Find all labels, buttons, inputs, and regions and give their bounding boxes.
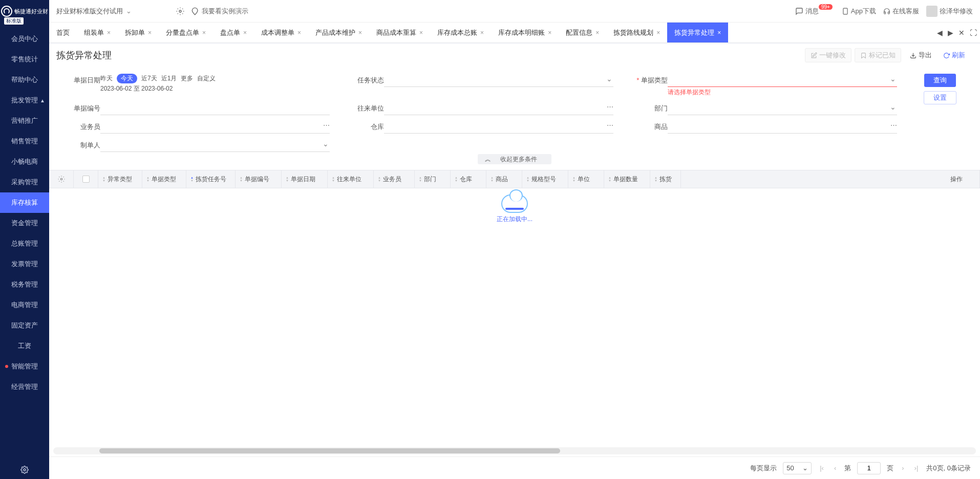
warehouse-input[interactable] xyxy=(384,120,613,134)
date-more[interactable]: 更多 xyxy=(181,74,193,83)
tab-close-icon[interactable]: × xyxy=(243,29,247,36)
sidebar-item-14[interactable]: 固定资产 xyxy=(0,315,49,336)
query-button[interactable]: 查询 xyxy=(924,74,956,87)
collapse-filters[interactable]: ︽ 收起更多条件 xyxy=(478,154,551,164)
sort-icon[interactable]: ▲▼ xyxy=(491,176,494,182)
sort-icon[interactable]: ▲▼ xyxy=(146,176,150,182)
sidebar-item-11[interactable]: 发票管理 xyxy=(0,254,49,274)
tab-9[interactable]: 库存成本明细账× xyxy=(491,23,559,42)
tab-close-icon[interactable]: × xyxy=(480,29,484,36)
sidebar-item-10[interactable]: 总账管理 xyxy=(0,233,49,254)
task-status-select[interactable] xyxy=(384,74,613,87)
sidebar-item-9[interactable]: 资金管理 xyxy=(0,213,49,233)
sidebar-item-17[interactable]: 经营管理 xyxy=(0,377,49,397)
date-yesterday[interactable]: 昨天 xyxy=(100,74,113,83)
column-header-8[interactable]: ▲▼仓库 xyxy=(451,170,486,188)
sort-icon[interactable]: ▲▼ xyxy=(332,176,335,182)
sort-icon[interactable]: ▲▼ xyxy=(526,176,529,182)
table-settings-icon[interactable] xyxy=(49,170,74,188)
tab-close-icon[interactable]: × xyxy=(358,29,362,36)
maker-select[interactable] xyxy=(100,139,330,152)
sort-icon[interactable]: ▲▼ xyxy=(378,176,381,182)
sort-icon[interactable]: ▲▼ xyxy=(608,176,611,182)
sidebar-item-8[interactable]: 库存核算 xyxy=(0,192,49,213)
tab-close-icon[interactable]: × xyxy=(202,29,206,36)
sidebar-item-3[interactable]: 批发管理▲ xyxy=(0,90,49,111)
column-header-4[interactable]: ▲▼单据日期 xyxy=(282,170,328,188)
sort-icon[interactable]: ▲▼ xyxy=(240,176,243,182)
date-custom[interactable]: 自定义 xyxy=(197,74,216,83)
tab-3[interactable]: 分量盘点单× xyxy=(159,23,213,42)
sort-icon[interactable]: ▲▼ xyxy=(572,176,576,182)
sidebar-item-5[interactable]: 销售管理 xyxy=(0,131,49,151)
tab-close-icon[interactable]: × xyxy=(419,29,423,36)
doc-type-select[interactable] xyxy=(668,74,897,87)
column-header-11[interactable]: ▲▼单位 xyxy=(568,170,604,188)
tab-7[interactable]: 商品成本重算× xyxy=(369,23,430,42)
sidebar-item-0[interactable]: 会员中心 xyxy=(0,29,49,49)
tab-6[interactable]: 产品成本维护× xyxy=(308,23,369,42)
tab-1[interactable]: 组装单× xyxy=(77,23,118,42)
sidebar-item-15[interactable]: 工资 xyxy=(0,336,49,356)
refresh-button[interactable]: 刷新 xyxy=(938,48,971,62)
dept-select[interactable] xyxy=(668,102,897,115)
filter-settings-button[interactable]: 设置 xyxy=(924,91,956,104)
sort-icon[interactable]: ▲▼ xyxy=(654,176,657,182)
sort-icon[interactable]: ▲▼ xyxy=(419,176,422,182)
tab-close-icon[interactable]: × xyxy=(548,29,551,36)
column-header-2[interactable]: ▲▼拣货任务号 xyxy=(186,170,236,188)
sidebar-item-7[interactable]: 采购管理 xyxy=(0,172,49,192)
product-input[interactable] xyxy=(668,120,897,134)
gear-icon[interactable] xyxy=(176,7,184,15)
demo-link[interactable]: 我要看实例演示 xyxy=(191,7,248,16)
tab-5[interactable]: 成本调整单× xyxy=(254,23,308,42)
date-last7[interactable]: 近7天 xyxy=(141,74,157,83)
column-header-12[interactable]: ▲▼单据数量 xyxy=(604,170,650,188)
prev-page-icon[interactable]: ‹ xyxy=(832,464,838,472)
tab-2[interactable]: 拆卸单× xyxy=(118,23,159,42)
tabs-fullscreen-icon[interactable]: ⛶ xyxy=(970,29,977,37)
salesman-input[interactable] xyxy=(100,120,330,134)
first-page-icon[interactable]: |‹ xyxy=(818,464,826,472)
user-menu[interactable]: 徐泽华修改 xyxy=(926,6,973,17)
date-last1m[interactable]: 近1月 xyxy=(161,74,177,83)
page-number-input[interactable] xyxy=(857,462,881,474)
sort-icon[interactable]: ▲▼ xyxy=(102,176,105,182)
column-header-7[interactable]: ▲▼部门 xyxy=(415,170,451,188)
export-button[interactable]: 导出 xyxy=(904,48,938,62)
sort-icon[interactable]: ▲▼ xyxy=(455,176,458,182)
sidebar-item-2[interactable]: 帮助中心 xyxy=(0,70,49,90)
select-all-checkbox[interactable] xyxy=(74,170,98,188)
app-download[interactable]: App下载 xyxy=(842,7,876,16)
sort-icon[interactable]: ▲▼ xyxy=(190,176,194,182)
tab-12[interactable]: 拣货异常处理× xyxy=(667,23,728,42)
tab-close-icon[interactable]: × xyxy=(595,29,599,36)
tab-0[interactable]: 首页 xyxy=(49,23,77,42)
tabs-close-icon[interactable]: ✕ xyxy=(958,29,965,37)
sidebar-item-16[interactable]: 智能管理 xyxy=(0,356,49,377)
sidebar-item-13[interactable]: 电商管理 xyxy=(0,295,49,315)
sidebar-item-4[interactable]: 营销推广 xyxy=(0,111,49,131)
column-header-10[interactable]: ▲▼规格型号 xyxy=(522,170,568,188)
tab-4[interactable]: 盘点单× xyxy=(213,23,254,42)
tab-10[interactable]: 配置信息× xyxy=(559,23,606,42)
tab-close-icon[interactable]: × xyxy=(717,29,721,36)
message-button[interactable]: 消息 99+ xyxy=(795,7,835,16)
column-header-13[interactable]: ▲▼拣货 xyxy=(650,170,681,188)
tab-close-icon[interactable]: × xyxy=(297,29,301,36)
tab-close-icon[interactable]: × xyxy=(656,29,660,36)
tabs-next-icon[interactable]: ▶ xyxy=(948,29,953,37)
tabs-prev-icon[interactable]: ◀ xyxy=(937,29,943,37)
scrollbar-thumb[interactable] xyxy=(99,448,560,453)
column-header-5[interactable]: ▲▼往来单位 xyxy=(328,170,374,188)
column-header-1[interactable]: ▲▼单据类型 xyxy=(142,170,186,188)
settings-gear[interactable] xyxy=(0,461,49,479)
column-header-6[interactable]: ▲▼业务员 xyxy=(374,170,415,188)
product-selector[interactable]: 好业财标准版交付试用 ⌄ xyxy=(56,7,169,16)
horizontal-scrollbar[interactable] xyxy=(53,447,976,454)
sort-icon[interactable]: ▲▼ xyxy=(286,176,289,182)
tab-close-icon[interactable]: × xyxy=(107,29,111,36)
column-header-0[interactable]: ▲▼异常类型 xyxy=(98,170,142,188)
support-button[interactable]: 在线客服 xyxy=(883,7,919,16)
partner-input[interactable] xyxy=(384,102,613,115)
